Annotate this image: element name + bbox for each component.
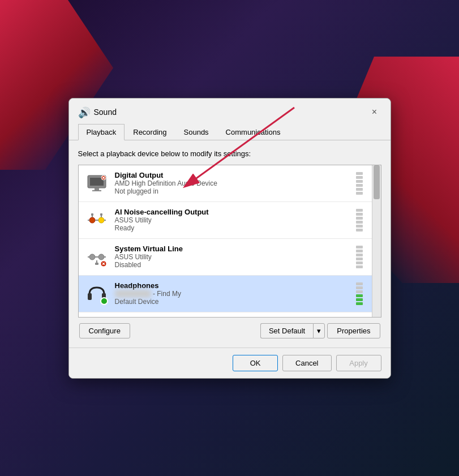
list-item[interactable]: System Virtual Line ASUS Utility Disable… xyxy=(79,239,372,276)
blurred-name: AirPods Pro xyxy=(115,290,151,298)
headphones-icon xyxy=(85,282,108,305)
svg-rect-14 xyxy=(91,213,93,216)
status-dot-green xyxy=(100,297,108,305)
list-item[interactable]: AI Noise-cancelling Output ASUS Utility … xyxy=(79,202,372,239)
tab-playback[interactable]: Playback xyxy=(78,124,125,140)
svg-rect-2 xyxy=(95,188,99,190)
svg-rect-3 xyxy=(92,190,101,191)
device-list-container: Digital Output AMD High Definition Audio… xyxy=(78,165,381,318)
device-sub: ASUS Utility xyxy=(115,253,347,261)
scrollbar[interactable] xyxy=(372,165,381,317)
list-item[interactable]: Headphones AirPods Pro - Find My Default… xyxy=(79,276,372,312)
device-name: Digital Output xyxy=(115,171,347,179)
set-default-button[interactable]: Set Default xyxy=(260,323,313,338)
set-default-group: Set Default ▾ xyxy=(260,323,325,338)
digital-output-info: Digital Output AMD High Definition Audio… xyxy=(115,171,347,195)
device-sub: ASUS Utility xyxy=(115,216,347,224)
device-status: Not plugged in xyxy=(115,187,347,195)
svg-rect-26 xyxy=(88,293,92,300)
digital-output-icon xyxy=(85,172,108,195)
close-button[interactable]: × xyxy=(368,105,381,119)
device-name: Headphones xyxy=(115,281,347,290)
svg-point-7 xyxy=(89,217,95,223)
list-item[interactable]: Headset AirPods Pro - Find My Hands-Free… xyxy=(79,312,372,317)
device-list[interactable]: Digital Output AMD High Definition Audio… xyxy=(79,165,372,317)
dialog-footer: OK Cancel Apply xyxy=(69,348,391,378)
device-status: Default Device xyxy=(115,298,347,306)
device-status: Disabled xyxy=(115,261,347,269)
action-buttons: Configure Set Default ▾ Properties xyxy=(78,323,381,338)
virtual-line-icon xyxy=(85,246,108,268)
svg-point-17 xyxy=(98,254,104,260)
dialog-title: Sound xyxy=(94,108,117,117)
cancel-button[interactable]: Cancel xyxy=(282,355,331,371)
instruction-text: Select a playback device below to modify… xyxy=(78,149,381,158)
device-name: AI Noise-cancelling Output xyxy=(115,208,347,216)
svg-rect-22 xyxy=(95,263,98,265)
ok-button[interactable]: OK xyxy=(233,355,278,371)
level-bars-1 xyxy=(354,208,365,233)
right-buttons: Set Default ▾ Properties xyxy=(260,323,380,338)
title-bar-left: 🔊 Sound xyxy=(78,106,117,118)
level-bars-2 xyxy=(354,245,365,269)
dialog-content: Select a playback device below to modify… xyxy=(69,140,391,348)
sound-dialog: 🔊 Sound × Playback Recording Sounds Comm… xyxy=(68,98,391,379)
properties-button[interactable]: Properties xyxy=(327,323,380,338)
device-sub: AirPods Pro - Find My xyxy=(115,290,347,298)
apply-button[interactable]: Apply xyxy=(336,355,381,371)
tab-sounds[interactable]: Sounds xyxy=(175,124,217,140)
tabs-bar: Playback Recording Sounds Communications xyxy=(69,119,391,140)
svg-point-16 xyxy=(89,254,95,260)
list-item[interactable]: Digital Output AMD High Definition Audio… xyxy=(79,165,372,202)
virtual-line-info: System Virtual Line ASUS Utility Disable… xyxy=(115,245,347,269)
ai-output-info: AI Noise-cancelling Output ASUS Utility … xyxy=(115,208,347,232)
level-bars-3 xyxy=(354,281,365,306)
tab-recording[interactable]: Recording xyxy=(125,124,175,140)
device-name: System Virtual Line xyxy=(115,245,347,253)
headphones-info: Headphones AirPods Pro - Find My Default… xyxy=(115,281,347,306)
set-default-dropdown[interactable]: ▾ xyxy=(313,323,325,338)
title-bar: 🔊 Sound × xyxy=(69,98,391,119)
configure-button[interactable]: Configure xyxy=(79,323,130,338)
level-bars-0 xyxy=(354,171,365,196)
device-sub: AMD High Definition Audio Device xyxy=(115,179,347,187)
ai-output-icon xyxy=(85,209,108,231)
tab-communications[interactable]: Communications xyxy=(217,124,289,140)
svg-point-8 xyxy=(98,217,104,223)
dialog-overlay: 🔊 Sound × Playback Recording Sounds Comm… xyxy=(0,0,459,476)
scrollbar-thumb[interactable] xyxy=(374,165,380,199)
sound-icon: 🔊 xyxy=(78,106,89,118)
device-status: Ready xyxy=(115,224,347,232)
svg-rect-15 xyxy=(100,213,102,216)
